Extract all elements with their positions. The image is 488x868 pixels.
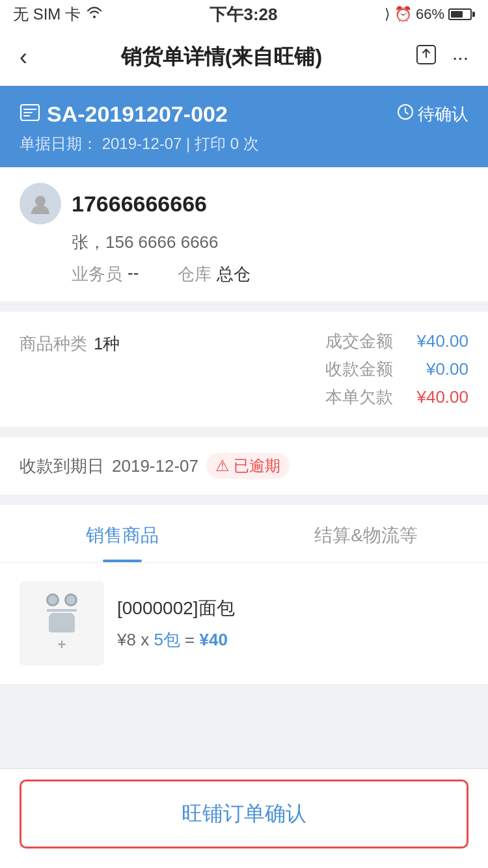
product-price: ¥8 x 5包 = ¥40 [117, 629, 468, 651]
received-value: ¥0.00 [403, 359, 468, 379]
overdue-badge: ⚠ 已逾期 [206, 453, 290, 479]
back-button[interactable]: ‹ [20, 44, 27, 71]
battery-label: 66% [416, 6, 444, 23]
tab-settlement[interactable]: 结算&物流等 [244, 505, 488, 562]
order-id: SA-20191207-002 [20, 102, 228, 127]
product-item: + [0000002]面包 ¥8 x 5包 = ¥40 [0, 563, 488, 684]
owed-value: ¥40.00 [403, 387, 468, 407]
nav-bar: ‹ 销货单详情(来自旺铺) ··· [0, 29, 488, 86]
order-status: 待确认 [397, 103, 468, 126]
warning-icon: ⚠ [215, 457, 230, 475]
sales-label: 业务员 [72, 263, 122, 286]
status-bar-time: 下午3:28 [210, 3, 277, 26]
deal-amount-value: ¥40.00 [403, 331, 468, 351]
due-date-label: 收款到期日 [20, 455, 104, 478]
tab-sales-products[interactable]: 销售商品 [0, 505, 244, 562]
warehouse-label: 仓库 [178, 263, 211, 286]
status-bar-left: 无 SIM 卡 [13, 4, 103, 25]
received-label: 收款金额 [325, 358, 393, 381]
customer-meta: 业务员 -- 仓库 总仓 [72, 263, 468, 286]
more-button[interactable]: ··· [452, 46, 468, 68]
amounts: 成交金额 ¥40.00 收款金额 ¥0.00 本单欠款 ¥40.00 [325, 330, 468, 409]
customer-section: 17666666666 张，156 6666 6666 业务员 -- 仓库 总仓 [0, 167, 488, 301]
customer-name: 张，156 6666 6666 [72, 231, 468, 254]
deal-amount-label: 成交金额 [325, 330, 393, 353]
amount-section: 商品种类 1种 成交金额 ¥40.00 收款金额 ¥0.00 本单欠款 ¥40.… [0, 312, 488, 427]
share-button[interactable] [416, 44, 437, 70]
due-section: 收款到期日 2019-12-07 ⚠ 已逾期 [0, 437, 488, 495]
customer-phone: 17666666666 [72, 191, 207, 217]
page-title: 销货单详情(来自旺铺) [121, 43, 322, 72]
location-icon: ⟩ [385, 6, 390, 23]
wifi-icon [86, 5, 103, 23]
order-header-banner: SA-20191207-002 待确认 单据日期： 2019-12-07 | 打… [0, 86, 488, 167]
tabs: 销售商品 结算&物流等 [0, 505, 488, 563]
status-bar: 无 SIM 卡 下午3:28 ⟩ ⏰ 66% [0, 0, 488, 29]
order-icon [20, 102, 40, 127]
avatar [20, 183, 61, 224]
sales-value: -- [128, 263, 139, 286]
product-kind: 商品种类 1种 [20, 330, 120, 355]
warehouse-value: 总仓 [217, 263, 251, 286]
order-date: 单据日期： 2019-12-07 | 打印 0 次 [20, 133, 468, 154]
status-bar-right: ⟩ ⏰ 66% [385, 6, 475, 23]
product-thumbnail: + [20, 581, 104, 666]
owed-label: 本单欠款 [325, 386, 393, 409]
alarm-icon: ⏰ [394, 6, 412, 23]
confirm-order-button[interactable]: 旺铺订单确认 [20, 780, 468, 848]
carrier-label: 无 SIM 卡 [13, 4, 81, 25]
product-list: + [0000002]面包 ¥8 x 5包 = ¥40 [0, 563, 488, 684]
bottom-bar: 旺铺订单确认 [0, 768, 488, 868]
due-date-value: 2019-12-07 [112, 456, 198, 476]
battery-icon [448, 8, 475, 20]
nav-actions: ··· [416, 44, 468, 70]
clock-icon [397, 103, 414, 125]
svg-point-3 [35, 196, 46, 206]
product-name: [0000002]面包 [117, 596, 468, 621]
product-info: [0000002]面包 ¥8 x 5包 = ¥40 [117, 596, 468, 651]
